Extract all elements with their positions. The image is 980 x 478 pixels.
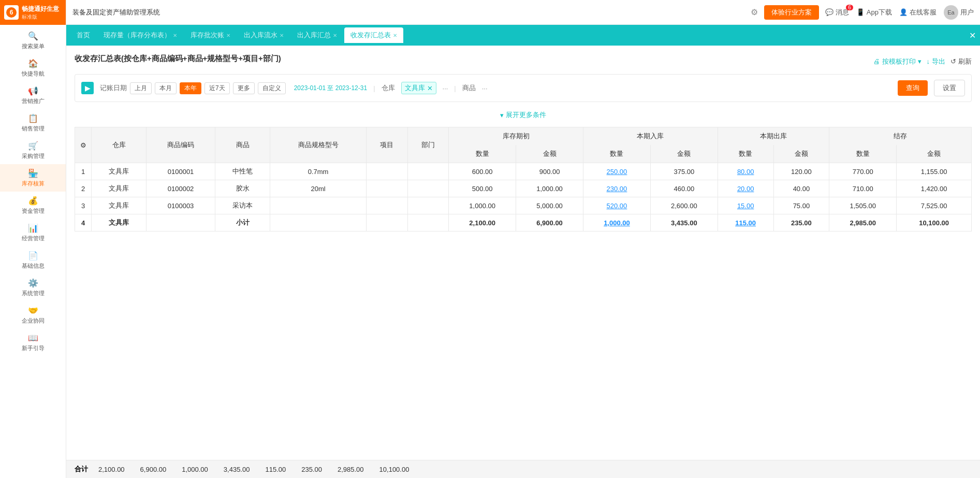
th-open-qty: 数量 [449,145,516,163]
sidebar-item-system[interactable]: ⚙️ 系统管理 [0,274,66,301]
tab-inout-flow-label: 出入库流水 [244,31,277,40]
sidebar-item-basic[interactable]: 📄 基础信息 [0,247,66,274]
trial-button[interactable]: 体验行业方案 [764,5,819,20]
row3-open-amt: 5,000.00 [516,197,583,214]
total-open-amt-value: 6,900.00 [140,466,167,473]
app-download-button[interactable]: 📱 App下载 [856,8,892,17]
warehouse-tag-close[interactable]: ✕ [427,84,433,92]
topbar-settings-icon[interactable]: ⚙ [751,7,758,17]
date-btn-this-year[interactable]: 本年 [180,82,201,94]
tab-batch[interactable]: 库存批次账 ✕ [184,27,237,43]
date-btn-last-month[interactable]: 上月 [130,82,152,94]
sidebar-item-marketing[interactable]: 📢 营销推广 [0,82,66,109]
tab-inout-summary-close[interactable]: ✕ [333,33,337,38]
sidebar-item-finance-label: 资金管理 [22,207,45,215]
settings-button[interactable]: 设置 [934,80,965,96]
th-close-qty: 数量 [829,145,897,163]
date-btn-this-month[interactable]: 本月 [155,82,177,94]
expand-filters-button[interactable]: ▾ 展开更多条件 [500,110,546,120]
filter-toggle-button[interactable]: ▶ [81,82,94,94]
row2-in-qty[interactable]: 230.00 [583,180,651,197]
query-button[interactable]: 查询 [898,80,928,96]
sidebar-item-quick[interactable]: 🏠 快捷导航 [0,54,66,82]
row3-in-qty[interactable]: 520.00 [583,197,651,214]
user-button[interactable]: Ea 用户 [944,5,974,20]
marketing-icon: 📢 [28,86,38,96]
row2-out-qty[interactable]: 20.00 [718,180,773,197]
row2-code: 0100002 [147,180,215,197]
th-product-name: 商品 [215,127,270,163]
date-btn-more[interactable]: 更多 [233,82,255,94]
tab-inout-summary[interactable]: 出入库汇总 ✕ [291,27,343,43]
sidebar-item-sales[interactable]: 📋 销售管理 [0,109,66,137]
date-btn-custom[interactable]: 自定义 [258,82,286,94]
tab-recv-send[interactable]: 收发存汇总表 ✕ [344,27,403,43]
tab-recv-send-close[interactable]: ✕ [393,33,397,38]
subtotal-warehouse: 文具库 [92,214,147,231]
row2-project [366,180,407,197]
row3-project [366,197,407,214]
total-label: 合计 [75,465,88,474]
total-in-qty-item: 1,000.00 [182,466,208,473]
row3-out-qty[interactable]: 15.00 [718,197,773,214]
date-btn-7days[interactable]: 近7天 [204,82,230,94]
warehouse-more-ellipsis[interactable]: ··· [443,84,448,92]
subtotal-out-qty[interactable]: 115.00 [718,214,773,231]
subtotal-close-amt: 10,100.00 [897,214,972,231]
total-close-qty-value: 2,985.00 [338,466,364,473]
row1-out-amt: 120.00 [773,163,829,180]
message-button[interactable]: 💬 消息 6 [825,8,849,17]
row3-no: 3 [75,197,92,214]
total-close-amt-value: 10,100.00 [379,466,409,473]
sidebar-item-collab[interactable]: 🤝 企业协同 [0,301,66,329]
sidebar-item-guide[interactable]: 📖 新手引导 [0,329,66,356]
sidebar-item-purchase[interactable]: 🛒 采购管理 [0,137,66,164]
tab-inout-flow[interactable]: 出入库流水 ✕ [238,27,290,43]
tab-home[interactable]: 首页 [70,27,96,43]
refresh-button[interactable]: ↺ 刷新 [950,57,972,66]
basic-icon: 📄 [28,251,38,260]
export-button[interactable]: ↓ 导出 [927,57,946,66]
th-settings[interactable]: ⚙ [75,127,92,163]
row1-in-qty[interactable]: 250.00 [583,163,651,180]
total-out-amt-value: 235.00 [301,466,322,473]
table-row: 1 文具库 0100001 中性笔 0.7mm 600.00 900.00 25… [75,163,972,180]
sidebar-item-system-label: 系统管理 [22,289,45,297]
row1-name: 中性笔 [215,163,270,180]
print-button[interactable]: 🖨 按模板打印 ▾ [873,57,922,66]
table-settings-icon[interactable]: ⚙ [80,141,86,149]
tabs-close-all-button[interactable]: ✕ [969,31,976,40]
filter-separator-2: | [454,84,456,92]
warehouse-label: 仓库 [382,83,395,93]
date-label: 记账日期 [100,83,127,93]
row3-warehouse: 文具库 [92,197,147,214]
service-button[interactable]: 👤 在线客服 [899,8,937,17]
row1-no: 1 [75,163,92,180]
sidebar-title-line1: 畅捷通好生意 [22,5,59,13]
sidebar-item-collab-label: 企业协同 [22,317,45,325]
tab-stock-dist-close[interactable]: ✕ [173,33,177,38]
subtotal-close-qty: 2,985.00 [829,214,897,231]
row2-spec: 20ml [270,180,367,197]
sidebar-logo: 6 [4,5,19,20]
tab-inout-flow-close[interactable]: ✕ [280,33,284,38]
topbar: 装备及固定资产辅助管理系统 ⚙ 体验行业方案 💬 消息 6 📱 App下载 👤 … [66,0,980,25]
tab-stock-dist[interactable]: 现存量（库存分布表） ✕ [97,27,183,43]
sidebar-item-operations[interactable]: 📊 经营管理 [0,219,66,247]
sidebar-item-inventory[interactable]: 🏪 库存核算 [0,164,66,192]
subtotal-in-qty[interactable]: 1,000.00 [583,214,651,231]
product-ellipsis[interactable]: ··· [482,84,488,92]
row1-warehouse: 文具库 [92,163,147,180]
th-out-amt: 金额 [773,145,829,163]
row1-close-qty: 770.00 [829,163,897,180]
row1-out-qty[interactable]: 80.00 [718,163,773,180]
content-area: 收发存汇总表(按仓库+商品编码+商品+规格型号+项目+部门) 🖨 按模板打印 ▾… [66,46,980,478]
tab-batch-close[interactable]: ✕ [226,33,230,38]
sidebar-item-finance[interactable]: 💰 资金管理 [0,192,66,219]
sidebar-item-search[interactable]: 🔍 搜索菜单 [0,27,66,54]
expand-label: 展开更多条件 [506,110,546,120]
total-open-amt-item: 6,900.00 [140,466,167,473]
th-open-amt: 金额 [516,145,583,163]
expand-icon: ▾ [500,111,504,119]
app-icon: 📱 [856,8,865,16]
